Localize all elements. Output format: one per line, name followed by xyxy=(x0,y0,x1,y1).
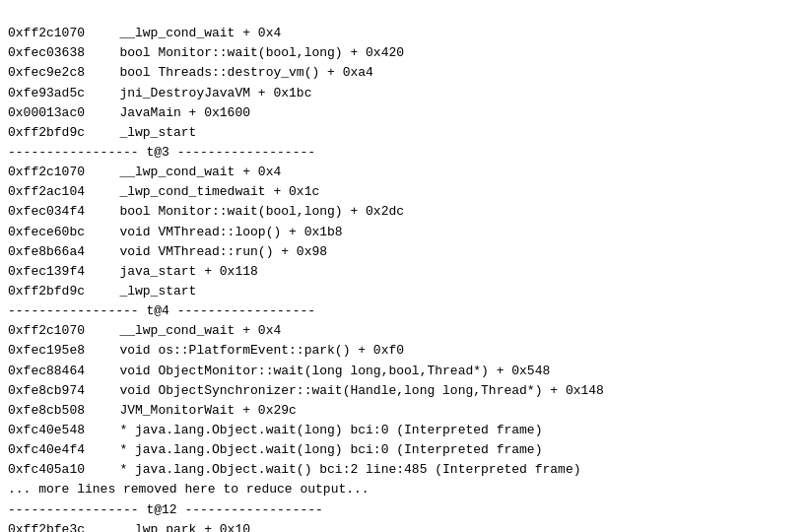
code-text: * java.lang.Object.wait(long) bci:0 (Int… xyxy=(97,440,542,460)
code-text: void VMThread::run() + 0x98 xyxy=(97,242,327,262)
code-line: ... more lines removed here to reduce ou… xyxy=(8,480,800,499)
separator-text: ... more lines removed here to reduce ou… xyxy=(8,480,370,499)
code-line: 0xfec03638 bool Monitor::wait(bool,long)… xyxy=(8,43,800,63)
code-line: 0xfece60bc void VMThread::loop() + 0x1b8 xyxy=(8,223,800,242)
code-line: 0xfc40e548 * java.lang.Object.wait(long)… xyxy=(8,421,800,440)
address: 0xff2c1070 xyxy=(8,163,97,182)
code-text: JavaMain + 0x1600 xyxy=(97,103,250,123)
code-line: 0xfc405a10 * java.lang.Object.wait() bci… xyxy=(8,460,800,480)
code-line: 0xfec195e8 void os::PlatformEvent::park(… xyxy=(8,341,800,361)
separator-text: ----------------- t@4 ------------------ xyxy=(8,301,315,321)
code-text: bool Monitor::wait(bool,long) + 0x2dc xyxy=(97,202,404,222)
code-line: 0xfec139f4 java_start + 0x118 xyxy=(8,262,800,282)
code-line: 0xff2bfd9c _lwp_start xyxy=(8,123,800,143)
address: 0xfc40e4f4 xyxy=(8,440,97,460)
code-text: _lwp_cond_timedwait + 0x1c xyxy=(97,182,319,202)
address: 0xfe93ad5c xyxy=(8,84,97,103)
code-text: bool Threads::destroy_vm() + 0xa4 xyxy=(97,63,373,83)
code-line: 0xff2c1070 __lwp_cond_wait + 0x4 xyxy=(8,163,800,182)
code-text: void ObjectMonitor::wait(long long,bool,… xyxy=(97,362,550,381)
code-line: 0xfec9e2c8 bool Threads::destroy_vm() + … xyxy=(8,63,800,83)
address: 0xfec88464 xyxy=(8,362,97,381)
code-line: 0xfe8cb974 void ObjectSynchronizer::wait… xyxy=(8,381,800,401)
address: 0xfec034f4 xyxy=(8,202,97,222)
code-line: 0xfe8cb508 JVM_MonitorWait + 0x29c xyxy=(8,401,800,421)
code-text: _lwp_start xyxy=(97,123,196,143)
code-text: jni_DestroyJavaVM + 0x1bc xyxy=(97,84,311,103)
code-text: _lwp_start xyxy=(97,282,196,301)
code-text: __lwp_cond_wait + 0x4 xyxy=(97,163,281,182)
code-text: void os::PlatformEvent::park() + 0xf0 xyxy=(97,341,404,361)
address: 0xff2bfd9c xyxy=(8,282,97,301)
address: 0xfe8cb508 xyxy=(8,401,97,421)
address: 0xfec03638 xyxy=(8,43,97,63)
code-text: void VMThread::loop() + 0x1b8 xyxy=(97,223,343,242)
code-text: bool Monitor::wait(bool,long) + 0x420 xyxy=(97,43,404,63)
address: 0xfec9e2c8 xyxy=(8,63,97,83)
address: 0x00013ac0 xyxy=(8,103,97,123)
address: 0xfc405a10 xyxy=(8,460,97,480)
code-text: JVM_MonitorWait + 0x29c xyxy=(97,401,297,421)
code-line: 0xfe93ad5c jni_DestroyJavaVM + 0x1bc xyxy=(8,84,800,103)
address: 0xff2bfd9c xyxy=(8,123,97,143)
code-text: java_start + 0x118 xyxy=(97,262,258,282)
code-line: 0xff2ac104 _lwp_cond_timedwait + 0x1c xyxy=(8,182,800,202)
code-line: 0xfec88464 void ObjectMonitor::wait(long… xyxy=(8,362,800,381)
code-line: 0xff2bfd9c _lwp_start xyxy=(8,282,800,301)
address: 0xfe8b66a4 xyxy=(8,242,97,262)
address: 0xfece60bc xyxy=(8,223,97,242)
address: 0xfec195e8 xyxy=(8,341,97,361)
address: 0xfec139f4 xyxy=(8,262,97,282)
address: 0xff2c1070 xyxy=(8,24,97,43)
code-line: 0xfec034f4 bool Monitor::wait(bool,long)… xyxy=(8,202,800,222)
code-text: __lwp_cond_wait + 0x4 xyxy=(97,24,281,43)
code-text: * java.lang.Object.wait(long) bci:0 (Int… xyxy=(97,421,542,440)
address: 0xff2ac104 xyxy=(8,182,97,202)
code-line: 0xfe8b66a4 void VMThread::run() + 0x98 xyxy=(8,242,800,262)
address: 0xfc40e548 xyxy=(8,421,97,440)
code-line: ----------------- t@3 ------------------ xyxy=(8,143,800,163)
code-line: 0xff2c1070 __lwp_cond_wait + 0x4 xyxy=(8,24,800,43)
address: 0xff2bfe3c xyxy=(8,520,97,532)
code-line: 0xff2bfe3c __lwp_park + 0x10 xyxy=(8,520,800,532)
code-line: 0xff2c1070 __lwp_cond_wait + 0x4 xyxy=(8,321,800,341)
code-output: 0xff2c1070 __lwp_cond_wait + 0x40xfec036… xyxy=(0,0,808,532)
code-line: ----------------- t@12 -----------------… xyxy=(8,500,800,520)
code-text: * java.lang.Object.wait() bci:2 line:485… xyxy=(97,460,580,480)
code-line: 0x00013ac0 JavaMain + 0x1600 xyxy=(8,103,800,123)
code-line: ----------------- t@4 ------------------ xyxy=(8,301,800,321)
address: 0xff2c1070 xyxy=(8,321,97,341)
code-text: __lwp_cond_wait + 0x4 xyxy=(97,321,281,341)
code-text: __lwp_park + 0x10 xyxy=(97,520,250,532)
address: 0xfe8cb974 xyxy=(8,381,97,401)
separator-text: ----------------- t@12 -----------------… xyxy=(8,500,323,520)
code-line: 0xfc40e4f4 * java.lang.Object.wait(long)… xyxy=(8,440,800,460)
separator-text: ----------------- t@3 ------------------ xyxy=(8,143,315,163)
code-text: void ObjectSynchronizer::wait(Handle,lon… xyxy=(97,381,604,401)
